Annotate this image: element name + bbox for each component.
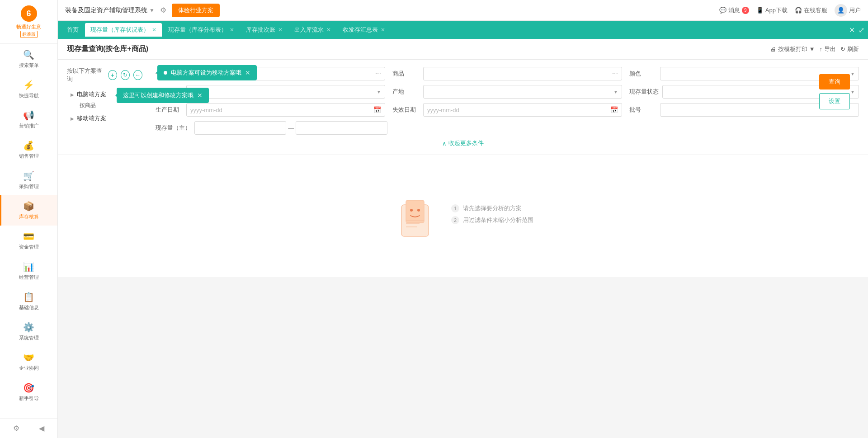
tab-collect[interactable]: 收发存汇总表 ✕ — [337, 23, 391, 37]
sidebar-label-enterprise: 企业协同 — [19, 365, 39, 372]
tree-mobile-arrow: ▶ — [71, 116, 74, 121]
sidebar-item-finance[interactable]: 💳 资金管理 — [0, 226, 57, 256]
action-buttons: 查询 设置 — [819, 74, 850, 109]
origin-select[interactable]: ▼ — [423, 85, 622, 99]
sidebar-item-guide[interactable]: 🎯 新手引导 — [0, 377, 57, 407]
connector-dot — [169, 75, 174, 79]
goods-input[interactable]: ··· — [423, 67, 622, 80]
export-button[interactable]: ↑ 导出 — [820, 45, 836, 53]
page-content: 现存量查询(按仓库+商品) 🖨 按模板打印 ▼ ↑ 导出 ↻ 刷新 — [58, 39, 868, 438]
sidebar-item-marketing[interactable]: 📢 营销推广 — [0, 104, 57, 135]
svg-rect-1 — [406, 200, 424, 223]
operations-icon: 📊 — [23, 261, 34, 272]
stock-qty-label: 现存量（主） — [156, 124, 191, 132]
stock-qty-max-input[interactable] — [296, 121, 387, 135]
sales-icon: 💰 — [23, 140, 34, 151]
collapse-label: 收起更多条件 — [448, 139, 484, 147]
expire-date-label: 失效日期 — [392, 106, 420, 114]
sidebar-item-sales[interactable]: 💰 销售管理 — [0, 135, 57, 165]
tab-expand-btn[interactable]: ⤢ — [859, 26, 864, 34]
sidebar-item-enterprise[interactable]: 🤝 企业协同 — [0, 347, 57, 377]
message-action[interactable]: 💬 消息 9 — [719, 6, 749, 14]
tab-batch-close[interactable]: ✕ — [278, 27, 283, 33]
tooltip-edit: 这里可以创建和修改方案哦 ✕ — [117, 88, 209, 103]
tab-home[interactable]: 首页 — [61, 23, 84, 37]
tab-stock-dist-close[interactable]: ✕ — [230, 27, 234, 33]
filter-back-button[interactable]: ← — [133, 70, 142, 80]
filter-section: 电脑方案可设为移动方案哦 ✕ 这里可以创建和修改方案哦 ✕ 按以下方案查询 + — [58, 60, 868, 155]
stock-status-select-arrow: ▼ — [850, 89, 855, 94]
sidebar-collapse-btn[interactable]: ◀ — [39, 424, 44, 433]
sidebar-label-marketing: 营销推广 — [19, 122, 39, 129]
print-icon: 🖨 — [770, 46, 776, 52]
origin-label: 产地 — [392, 88, 420, 96]
sidebar-label-finance: 资金管理 — [19, 244, 39, 250]
stock-qty-min-input[interactable] — [194, 121, 286, 135]
print-arrow-icon: ▼ — [809, 46, 815, 52]
tab-stock-status-close[interactable]: ✕ — [152, 27, 156, 33]
export-icon: ↑ — [820, 46, 823, 52]
sidebar-item-nav[interactable]: ⚡ 快捷导航 — [0, 74, 57, 104]
refresh-button[interactable]: ↻ 刷新 — [840, 45, 859, 53]
sidebar-item-search[interactable]: 🔍 搜索菜单 — [0, 44, 57, 74]
expire-date-input[interactable]: yyyy-mm-dd 📅 — [423, 103, 622, 117]
tab-inout-close[interactable]: ✕ — [326, 27, 331, 33]
expire-date-calendar-icon: 📅 — [610, 106, 618, 113]
logo-icon: 6 — [21, 5, 37, 22]
online-support-action[interactable]: 🎧 在线客服 — [795, 6, 827, 14]
sidebar-label-purchase: 采购管理 — [19, 183, 39, 190]
app-logo[interactable]: 6 畅通好生意 标准版 — [0, 0, 57, 44]
filter-row-4: 现存量（主） — — [156, 121, 859, 135]
goods-ellipsis-icon: ··· — [612, 70, 618, 78]
size-select[interactable]: ▼ — [186, 85, 385, 99]
user-action[interactable]: 👤 用户 — [835, 4, 861, 17]
system-name: 装备及固定资产辅助管理系统 — [65, 6, 147, 14]
tooltip-edit-close[interactable]: ✕ — [197, 92, 203, 99]
sidebar-item-basicinfo[interactable]: 📋 基础信息 — [0, 286, 57, 316]
tab-stock-dist[interactable]: 现存量（库存分布表） ✕ — [163, 23, 240, 37]
filter-field-produce-date: 生产日期 yyyy-mm-dd 📅 — [156, 103, 385, 117]
trial-button[interactable]: 体验行业方案 — [172, 4, 220, 17]
settings-button[interactable]: 设置 — [819, 93, 850, 109]
tab-close-all-btn[interactable]: ✕ — [849, 26, 855, 34]
system-selector[interactable]: 装备及固定资产辅助管理系统 ▼ — [65, 6, 155, 14]
sidebar-item-purchase[interactable]: 🛒 采购管理 — [0, 165, 57, 195]
step-2-num: 2 — [451, 216, 459, 224]
tab-batch[interactable]: 库存批次账 ✕ — [241, 23, 288, 37]
tooltip-dot — [164, 71, 167, 75]
sidebar-label-guide: 新手引导 — [19, 395, 39, 402]
print-button[interactable]: 🖨 按模板打印 ▼ — [770, 45, 815, 53]
step-2-text: 用过滤条件来缩小分析范围 — [463, 216, 533, 224]
filter-row-3: 生产日期 yyyy-mm-dd 📅 失效日期 yyyy-mm — [156, 103, 859, 117]
tab-stock-status-label: 现存量（库存状况表） — [90, 26, 149, 34]
sidebar-settings-btn[interactable]: ⚙ — [13, 424, 19, 433]
flash-icon: ⚡ — [23, 80, 34, 90]
tree-mobile[interactable]: ▶ 移动端方案 — [71, 113, 142, 124]
header-right: 💬 消息 9 📱 App下载 🎧 在线客服 👤 用户 — [719, 4, 861, 17]
sidebar-item-system[interactable]: ⚙️ 系统管理 — [0, 316, 57, 347]
filter-row-1: 仓库 ··· 商品 — [156, 67, 859, 80]
filter-field-origin: 产地 ▼ — [392, 85, 622, 99]
sidebar-label-sales: 销售管理 — [19, 153, 39, 160]
header-settings-icon[interactable]: ⚙ — [160, 6, 166, 14]
tab-stock-status[interactable]: 现存量（库存状况表） ✕ — [85, 23, 162, 37]
tooltip-scheme-close[interactable]: ✕ — [245, 69, 250, 76]
empty-state: 1 请先选择要分析的方案 2 用过滤条件来缩小分析范围 — [58, 155, 868, 277]
sidebar-item-inventory[interactable]: 📦 库存核算 — [0, 195, 57, 226]
filter-refresh-button[interactable]: ↻ — [121, 70, 130, 80]
query-button[interactable]: 查询 — [819, 74, 850, 89]
tab-inout[interactable]: 出入库流水 ✕ — [289, 23, 336, 37]
page-title: 现存量查询(按仓库+商品) — [67, 44, 148, 54]
purchase-icon: 🛒 — [23, 170, 34, 181]
tab-inout-label: 出入库流水 — [294, 26, 324, 34]
filter-add-button[interactable]: + — [108, 70, 117, 80]
produce-date-input[interactable]: yyyy-mm-dd 📅 — [186, 103, 385, 117]
search-icon: 🔍 — [23, 49, 34, 60]
tree-child-goods-label: 按商品 — [80, 102, 96, 109]
color-select-arrow: ▼ — [850, 71, 855, 76]
sidebar-item-operations[interactable]: 📊 经营管理 — [0, 256, 57, 286]
tab-collect-close[interactable]: ✕ — [381, 27, 385, 33]
warehouse-ellipsis-icon: ··· — [375, 70, 381, 78]
app-download-action[interactable]: 📱 App下载 — [756, 6, 788, 14]
collapse-button[interactable]: ∧ 收起更多条件 — [442, 139, 484, 147]
